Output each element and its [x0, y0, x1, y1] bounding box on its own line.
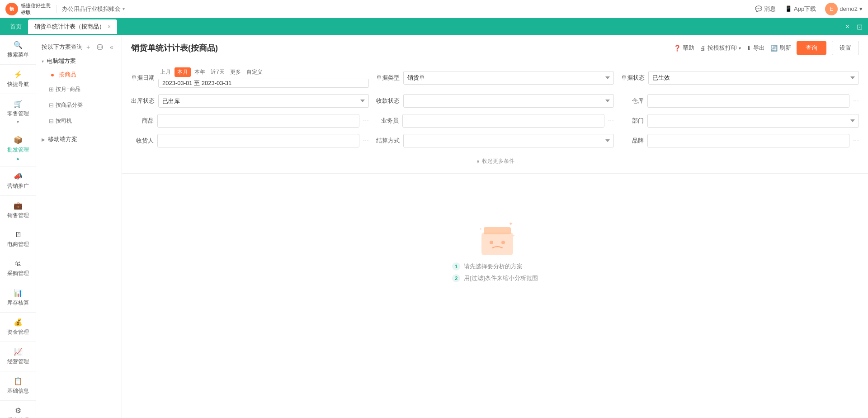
- sidebar-item-operations[interactable]: 📈 经营管理: [0, 342, 36, 371]
- date-btn-this-month[interactable]: 本月: [175, 67, 191, 77]
- brand-input[interactable]: [647, 134, 849, 147]
- empty-tip-2: 2 用[过滤]条件来缩小分析范围: [452, 274, 538, 282]
- date-btn-7days[interactable]: 近7天: [209, 67, 226, 77]
- tab-close-button[interactable]: ×: [108, 24, 111, 30]
- filter-row-3: 商品 ··· 业务员 ···: [131, 114, 859, 128]
- sidebar-item-system[interactable]: ⚙ 系统管理: [0, 401, 36, 418]
- brand-dots-button[interactable]: ···: [853, 137, 859, 145]
- receiver-input[interactable]: [157, 134, 359, 147]
- out-status-select[interactable]: 已出库: [158, 94, 369, 108]
- staff-dots-button[interactable]: ···: [608, 117, 614, 125]
- sidebar-item-search[interactable]: 🔍 搜索菜单: [0, 35, 36, 65]
- sidebar-item-wholesale[interactable]: 📦 批发管理 ▴: [0, 130, 36, 166]
- search-icon: 🔍: [14, 41, 23, 49]
- add-scheme-button[interactable]: +: [84, 43, 93, 52]
- svg-point-7: [501, 241, 505, 244]
- export-button[interactable]: ⬇ 导出: [746, 44, 765, 52]
- content-area: 按以下方案查询 + «: [36, 35, 868, 418]
- sidebar-item-retail[interactable]: 🛒 零售管理 ▾: [0, 94, 36, 130]
- sidebar-item-base[interactable]: 📋 基础信息: [0, 371, 36, 401]
- receipt-status-label: 收款状态: [376, 97, 400, 105]
- sales-icon: 💼: [14, 201, 23, 210]
- pc-schemes-section: ▾ 电脑端方案 ● 按商品 ⊞ 按月+商品: [36, 54, 122, 133]
- svg-point-6: [490, 241, 493, 244]
- warehouse-dots-button[interactable]: ···: [853, 97, 859, 105]
- empty-tip-1: 1 请先选择要分析的方案: [452, 262, 538, 271]
- sidebar-item-finance[interactable]: 💰 资金管理: [0, 313, 36, 342]
- query-button[interactable]: 查询: [797, 41, 826, 55]
- filter-field-date: 单据日期 上月 本月 本年 近7天 更多 自定义: [131, 67, 369, 88]
- filter-row-2: 出库状态 已出库 收款状态: [131, 94, 859, 108]
- filter-field-receiver: 收货人 ···: [131, 134, 369, 147]
- svg-text:✦: ✦: [512, 234, 515, 238]
- edit-scheme-button[interactable]: [95, 43, 104, 52]
- receipt-status-select[interactable]: [403, 94, 614, 108]
- date-btn-more[interactable]: 更多: [228, 67, 243, 77]
- scheme-item-by-product[interactable]: ● 按商品: [36, 68, 122, 81]
- date-btn-custom[interactable]: 自定义: [245, 67, 264, 77]
- help-button[interactable]: ❓ 帮助: [674, 44, 694, 52]
- filter-row-1: 单据日期 上月 本月 本年 近7天 更多 自定义: [131, 67, 859, 88]
- tab-bar: 首页 销货单统计计表（按商品） × × ⊡: [0, 18, 868, 35]
- filter-field-doc-type: 单据类型 销货单: [376, 71, 614, 85]
- inventory-icon: 📊: [14, 289, 23, 297]
- active-indicator-icon: ●: [49, 71, 56, 78]
- filter-field-receipt-status: 收款状态: [376, 94, 614, 108]
- collapse-conditions-button[interactable]: ∧ 收起更多条件: [131, 154, 859, 169]
- system-icon: ⚙: [15, 406, 21, 415]
- sidebar-item-sales[interactable]: 💼 销售管理: [0, 196, 36, 225]
- refresh-button[interactable]: 🔄 刷新: [770, 44, 791, 52]
- operations-icon: 📈: [14, 347, 23, 356]
- tab-close-window-button[interactable]: ×: [844, 22, 851, 32]
- sidebar-item-ecom[interactable]: 🖥 电商管理: [0, 225, 36, 254]
- top-nav: 畅 畅捷信好生意 标版 办公用品行业模拟账套 ▾ 💬 消息 📱 App下载 E …: [0, 0, 868, 18]
- date-btn-this-year[interactable]: 本年: [193, 67, 207, 77]
- tab-maximize-button[interactable]: ⊡: [855, 22, 864, 32]
- quick-nav-icon: ⚡: [14, 70, 23, 79]
- sidebar-item-quick-nav[interactable]: ⚡ 快捷导航: [0, 65, 36, 94]
- setting-button[interactable]: 设置: [832, 41, 859, 55]
- collapse-panel-button[interactable]: «: [107, 43, 116, 52]
- goods-label: 商品: [131, 117, 154, 125]
- user-menu-button[interactable]: E demo2 ▾: [825, 3, 863, 15]
- tab-home[interactable]: 首页: [4, 19, 28, 34]
- grid-icon: ⊞: [49, 86, 54, 93]
- chevron-down-icon: ▾: [17, 119, 19, 124]
- sidebar-item-inventory[interactable]: 📊 库存核算: [0, 283, 36, 313]
- sidebar-item-marketing[interactable]: 📣 营销推广: [0, 166, 36, 196]
- pc-schemes-header[interactable]: ▾ 电脑端方案: [36, 54, 122, 68]
- app-icon: 📱: [785, 5, 792, 12]
- app-download-button[interactable]: 📱 App下载: [785, 5, 816, 13]
- finance-icon: 💰: [14, 318, 23, 327]
- doc-status-select[interactable]: 已生效: [648, 71, 859, 85]
- receiver-dots-button[interactable]: ···: [363, 137, 369, 145]
- sidebar: 🔍 搜索菜单 ⚡ 快捷导航 🛒 零售管理 ▾ 📦 批发管理 ▴ 📣 营销推广 💼…: [0, 35, 36, 418]
- svg-point-3: [101, 47, 102, 48]
- date-range-input[interactable]: 2023-03-01 至 2023-03-31: [158, 79, 369, 88]
- doc-type-label: 单据类型: [376, 74, 400, 82]
- wholesale-icon: 📦: [14, 136, 23, 144]
- account-selector[interactable]: 办公用品行业模拟账套 ▾: [56, 5, 125, 13]
- settlement-select[interactable]: [403, 134, 614, 147]
- chevron-down-icon: ▾: [123, 6, 125, 11]
- chevron-down-icon: ▾: [42, 59, 44, 64]
- filter-field-out-status: 出库状态 已出库: [131, 94, 369, 108]
- logo-icon: 畅: [5, 3, 18, 15]
- dept-select[interactable]: [647, 114, 859, 128]
- filter-field-settlement: 结算方式: [376, 134, 614, 147]
- staff-input[interactable]: [402, 114, 604, 128]
- top-right-actions: 💬 消息 📱 App下载 E demo2 ▾: [755, 3, 863, 15]
- date-btn-last-month[interactable]: 上月: [158, 67, 173, 77]
- goods-dots-button[interactable]: ···: [363, 117, 369, 125]
- sidebar-item-purchase[interactable]: 🛍 采购管理: [0, 254, 36, 283]
- print-button[interactable]: 🖨 按模板打印 ▾: [700, 44, 741, 52]
- message-button[interactable]: 💬 消息: [755, 5, 776, 13]
- doc-type-select[interactable]: 销货单: [403, 71, 614, 85]
- svg-point-1: [98, 47, 99, 48]
- message-icon: 💬: [755, 5, 762, 12]
- warehouse-input[interactable]: [647, 94, 849, 108]
- page-header: 销货单统计计表(按商品) ❓ 帮助 🖨 按模板打印 ▾ ⬇: [122, 35, 868, 60]
- mobile-schemes-header[interactable]: ▶ 移动端方案: [36, 133, 122, 146]
- goods-input[interactable]: [157, 114, 359, 128]
- tab-report[interactable]: 销货单统计计表（按商品） ×: [28, 19, 117, 34]
